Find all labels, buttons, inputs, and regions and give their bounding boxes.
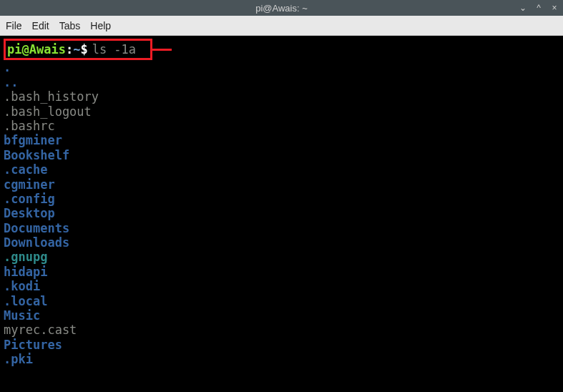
output-line: Bookshelf	[4, 148, 559, 162]
output-line: .gnupg	[4, 250, 559, 264]
terminal-output: ....bash_history.bash_logout.bashrcbfgmi…	[4, 60, 559, 366]
prompt-path: ~	[73, 42, 80, 57]
menu-help[interactable]: Help	[90, 20, 111, 31]
output-line: Downloads	[4, 235, 559, 250]
output-line: .cache	[4, 162, 559, 177]
output-line: Documents	[4, 221, 559, 235]
prompt-line: pi@Awais : ~ $ ls -1a	[4, 39, 559, 60]
output-line: .config	[4, 192, 559, 206]
window-title: pi@Awais: ~	[255, 3, 308, 14]
command-text: ls -1a	[92, 42, 136, 57]
output-line: Pictures	[4, 338, 559, 352]
close-icon[interactable]: ×	[550, 3, 559, 13]
output-line: .kodi	[4, 279, 559, 293]
menu-tabs[interactable]: Tabs	[59, 20, 81, 31]
minimize-icon[interactable]: ⌄	[519, 3, 527, 13]
prompt-separator: :	[66, 42, 73, 57]
annotation-highlight: pi@Awais : ~ $ ls -1a	[4, 39, 152, 60]
maximize-icon[interactable]: ^	[534, 3, 543, 13]
output-line: .bash_logout	[4, 104, 559, 119]
menu-edit[interactable]: Edit	[32, 20, 49, 31]
output-line: myrec.cast	[4, 323, 559, 337]
titlebar: pi@Awais: ~ ⌄ ^ ×	[0, 0, 563, 16]
output-line: Music	[4, 308, 559, 323]
prompt-user-host: pi@Awais	[7, 42, 66, 57]
menu-file[interactable]: File	[6, 20, 22, 31]
output-line: hidapi	[4, 265, 559, 279]
window-controls: ⌄ ^ ×	[519, 0, 559, 16]
terminal-area[interactable]: pi@Awais : ~ $ ls -1a ....bash_history.b…	[0, 36, 563, 370]
output-line: cgminer	[4, 177, 559, 192]
output-line: .pki	[4, 352, 559, 366]
annotation-arrow-icon	[150, 49, 172, 51]
output-line: .local	[4, 294, 559, 308]
output-line: .bashrc	[4, 119, 559, 133]
prompt-symbol: $	[80, 42, 87, 57]
menubar: File Edit Tabs Help	[0, 16, 563, 36]
output-line: bfgminer	[4, 133, 559, 147]
output-line: Desktop	[4, 206, 559, 220]
output-line: .	[4, 60, 559, 74]
output-line: .bash_history	[4, 89, 559, 104]
output-line: ..	[4, 75, 559, 89]
